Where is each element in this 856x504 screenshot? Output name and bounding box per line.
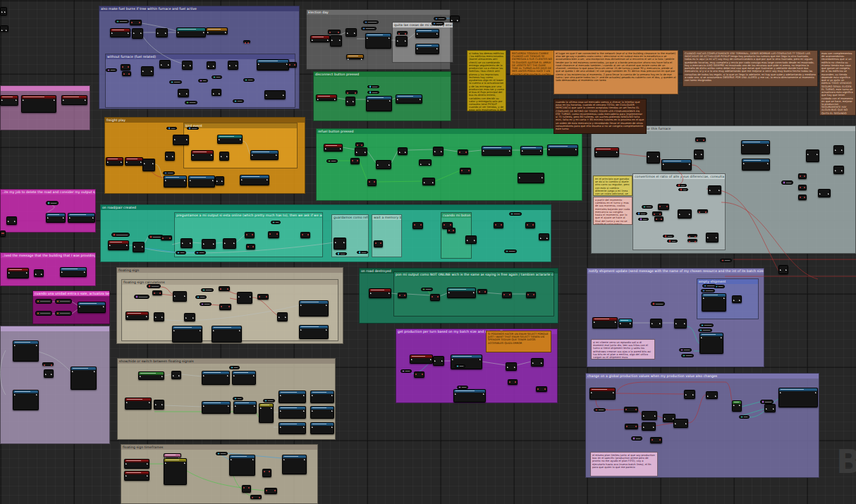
graph-node[interactable] xyxy=(764,404,776,412)
graph-node[interactable] xyxy=(121,64,130,70)
graph-node[interactable] xyxy=(164,453,181,457)
graph-node[interactable] xyxy=(133,242,145,252)
variable-pill-node[interactable] xyxy=(176,251,186,254)
graph-node[interactable] xyxy=(415,29,439,38)
graph-canvas[interactable]: also make fuel burns if tree within furn… xyxy=(0,0,856,504)
graph-node[interactable] xyxy=(259,403,274,423)
graph-node[interactable] xyxy=(642,411,657,420)
graph-node[interactable] xyxy=(778,265,788,274)
graph-node[interactable] xyxy=(661,159,692,171)
graph-node[interactable] xyxy=(526,292,536,298)
graph-node[interactable] xyxy=(741,140,770,154)
graph-node[interactable] xyxy=(742,159,770,171)
graph-node[interactable] xyxy=(310,391,334,403)
graph-node[interactable] xyxy=(366,96,392,111)
graph-node[interactable] xyxy=(687,239,697,242)
variable-pill-node[interactable] xyxy=(233,99,244,103)
graph-node[interactable] xyxy=(806,149,819,162)
graph-node[interactable] xyxy=(508,379,518,385)
variable-pill-node[interactable] xyxy=(701,289,715,293)
graph-node[interactable] xyxy=(240,175,269,185)
graph-node[interactable] xyxy=(324,144,343,152)
graph-node[interactable] xyxy=(44,369,54,378)
graph-node[interactable] xyxy=(355,142,364,147)
graph-node[interactable] xyxy=(68,213,95,223)
graph-node[interactable] xyxy=(506,362,517,371)
graph-node[interactable] xyxy=(589,388,616,400)
graph-node[interactable] xyxy=(246,244,255,250)
graph-node[interactable] xyxy=(212,89,221,96)
graph-node[interactable] xyxy=(419,159,432,166)
variable-pill-node[interactable] xyxy=(679,348,692,352)
variable-pill-node[interactable] xyxy=(594,408,606,412)
variable-pill-node[interactable] xyxy=(326,159,338,163)
graph-node[interactable] xyxy=(237,292,252,304)
graph-node[interactable] xyxy=(0,7,7,16)
graph-node[interactable] xyxy=(228,61,238,70)
graph-node[interactable] xyxy=(242,485,251,493)
graph-node[interactable] xyxy=(124,471,149,481)
graph-node[interactable] xyxy=(502,292,512,298)
graph-node[interactable] xyxy=(0,25,8,32)
graph-node[interactable] xyxy=(282,455,307,474)
variable-pill-node[interactable] xyxy=(720,259,732,262)
variable-pill-node[interactable] xyxy=(667,240,678,242)
graph-node[interactable] xyxy=(398,147,408,155)
variable-pill-node[interactable] xyxy=(46,201,59,205)
graph-node[interactable] xyxy=(202,239,216,249)
graph-node[interactable] xyxy=(206,27,228,35)
variable-pill-node[interactable] xyxy=(357,251,368,254)
graph-node[interactable] xyxy=(477,289,487,294)
variable-pill-node[interactable] xyxy=(212,75,222,79)
graph-node[interactable] xyxy=(215,176,224,185)
graph-node[interactable] xyxy=(592,317,618,328)
graph-node[interactable] xyxy=(398,293,407,298)
graph-node[interactable] xyxy=(833,145,844,154)
graph-node[interactable] xyxy=(465,235,477,244)
graph-node[interactable] xyxy=(732,295,742,303)
graph-node[interactable] xyxy=(458,149,468,155)
graph-node[interactable] xyxy=(165,152,175,161)
graph-node[interactable] xyxy=(42,362,54,366)
variable-pill-node[interactable] xyxy=(55,311,72,316)
graph-node[interactable] xyxy=(172,326,202,343)
graph-node[interactable] xyxy=(250,495,262,499)
variable-pill-node[interactable] xyxy=(642,205,653,209)
graph-node[interactable] xyxy=(778,388,818,407)
graph-node[interactable] xyxy=(126,312,149,320)
graph-node[interactable] xyxy=(798,185,807,190)
graph-node[interactable] xyxy=(695,137,706,142)
graph-node[interactable] xyxy=(61,95,87,105)
graph-node[interactable] xyxy=(694,149,704,159)
graph-node[interactable] xyxy=(7,268,29,278)
graph-node[interactable] xyxy=(650,319,662,328)
graph-node[interactable] xyxy=(520,146,543,155)
variable-pill-node[interactable] xyxy=(200,302,212,306)
variable-pill-node[interactable] xyxy=(432,22,444,25)
graph-node[interactable] xyxy=(482,146,512,156)
variable-pill-node[interactable] xyxy=(111,233,130,237)
graph-node[interactable] xyxy=(547,145,578,156)
variable-pill-node[interactable] xyxy=(185,101,197,104)
variable-pill-node[interactable] xyxy=(216,452,228,455)
graph-node[interactable] xyxy=(376,160,391,169)
graph-node[interactable] xyxy=(71,367,97,390)
graph-node[interactable] xyxy=(536,386,547,392)
variable-pill-node[interactable] xyxy=(115,20,129,23)
graph-node[interactable] xyxy=(288,62,297,68)
variable-pill-node[interactable] xyxy=(434,17,446,20)
graph-node[interactable] xyxy=(264,90,286,99)
graph-node[interactable] xyxy=(176,27,206,37)
graph-node[interactable] xyxy=(279,391,306,403)
graph-node[interactable] xyxy=(708,185,721,195)
graph-node[interactable] xyxy=(687,234,697,237)
graph-node[interactable] xyxy=(618,319,632,328)
variable-pill-node[interactable] xyxy=(739,415,750,419)
graph-node[interactable] xyxy=(78,302,106,313)
graph-node[interactable] xyxy=(122,71,131,76)
variable-pill-node[interactable] xyxy=(35,311,52,316)
graph-node[interactable] xyxy=(396,36,408,47)
graph-node[interactable] xyxy=(350,158,360,164)
graph-node[interactable] xyxy=(346,90,357,94)
graph-node[interactable] xyxy=(397,31,408,35)
